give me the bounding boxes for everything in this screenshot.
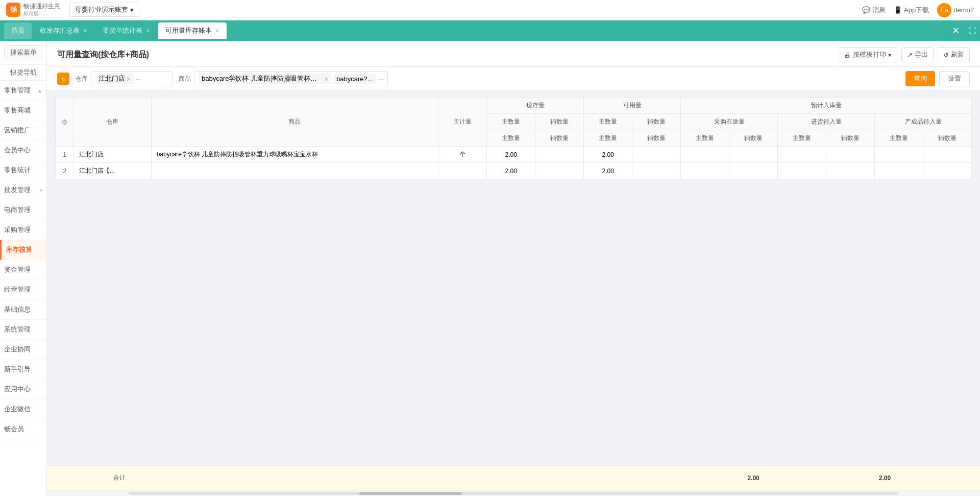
scroll-thumb[interactable] [359,492,461,495]
sidebar-item-marketing[interactable]: 营销推广 [0,121,46,140]
sidebar: 搜索菜单 快捷导航 零售管理 ▲ 零售商城 营销推广 会员中心 零售统计 批发管… [0,41,47,496]
cell-stock-main: 2.00 [487,147,535,163]
col-stock-aux: 辅数量 [535,114,584,130]
data-table: ⚙ 仓库 商品 主计量 现存量 可用量 预计入库量 主数量 辅数量 主数量 辅数… [55,97,972,179]
top-bar: 畅 畅捷通好生意 标准版 母婴行业演示账套 ▾ 💬 消息 📱 App下载 Ea … [0,0,980,20]
user-menu[interactable]: Ea demo2 [937,3,974,17]
refresh-icon: ↺ [943,51,949,59]
app-icon: 📱 [894,6,902,14]
col-stock-main: 主数量 [487,114,535,130]
summary-label: 合计 [74,470,165,486]
sidebar-item-retail-mgmt[interactable]: 零售管理 ▲ [0,81,46,101]
summary-bar: 合计 2.00 2.00 [47,465,980,490]
cell-purchase-aux [729,163,778,179]
warehouse-label: 仓库 [76,75,88,83]
brand-icon: 畅 [6,3,20,17]
tab-home[interactable]: 首页 [4,22,32,39]
top-bar-right: 💬 消息 📱 App下载 Ea demo2 [862,3,974,17]
cell-stock-aux [535,147,584,163]
gear-header: ⚙ [56,98,74,147]
cell-warehouse: 江北门店【... [74,163,152,179]
col-production-pending: 产成品待入量 [875,114,972,130]
cell-prod-aux [923,147,971,163]
sidebar-item-wholesale-mgmt[interactable]: 批发管理 ▾ [0,180,46,200]
warehouse-input[interactable]: 江北门店 × ··· [91,71,173,86]
content-area: 可用量查询(按仓库+商品) 🖨 按模板打印 ▾ ↗ 导出 ↺ 刷新 » [47,41,980,496]
window-maximize-btn[interactable]: ⛶ [965,27,980,35]
refresh-btn[interactable]: ↺ 刷新 [938,47,970,62]
cell-unit [438,163,487,179]
col-a-aux: 辅数量 [632,130,681,147]
window-close-btn[interactable]: ✕ [948,25,964,36]
sidebar-item-operations[interactable]: 经营管理 [0,280,46,300]
cell-stock-aux [535,163,584,179]
sidebar-search-area: 搜索菜单 [0,41,46,65]
message-btn[interactable]: 💬 消息 [862,6,886,15]
filter-expand-btn[interactable]: » [57,73,69,85]
sidebar-item-purchase[interactable]: 采购管理 [0,220,46,240]
cell-avail-main: 2.00 [584,163,632,179]
tab-available-stock[interactable]: 可用量库存账本 ✕ [158,22,227,39]
remove-product-tag-1[interactable]: × [324,75,328,83]
sidebar-item-enterprise-wechat[interactable]: 企业微信 [0,399,46,419]
sidebar-item-member[interactable]: 畅会员 [0,419,46,439]
col-p-aux: 辅数量 [729,130,778,147]
product-filter: 商品 babycare学饮杯 儿童防摔防撞吸管杯重力球吸嘴杯宝宝水杯 × bab… [179,71,388,86]
cell-avail-aux [632,147,681,163]
summary-stock-main: 2.00 [708,470,798,486]
warehouse-more-btn[interactable]: ··· [136,75,141,83]
cell-purchase-aux [729,147,778,163]
product-input[interactable]: babycare学饮杯 儿童防摔防撞吸管杯重力球吸嘴杯宝宝水杯 × babyca… [194,71,388,86]
brand-logo: 畅 畅捷通好生意 标准版 [6,3,60,17]
top-bar-left: 畅 畅捷通好生意 标准版 母婴行业演示账套 ▾ [6,3,139,17]
col-s-main: 主数量 [487,130,535,147]
search-menu-btn[interactable]: 搜索菜单 [4,45,42,60]
page-header: 可用量查询(按仓库+商品) 🖨 按模板打印 ▾ ↗ 导出 ↺ 刷新 [47,41,980,67]
gear-icon[interactable]: ⚙ [61,118,68,126]
sidebar-item-retail-stats[interactable]: 零售统计 [0,160,46,180]
close-tab-requisition[interactable]: ✕ [145,28,150,34]
expand-icon: ▲ [37,88,42,93]
sidebar-item-basic-info[interactable]: 基础信息 [0,300,46,320]
product-more-btn[interactable]: ··· [378,75,384,83]
sidebar-item-onboarding[interactable]: 新手引导 [0,360,46,380]
industry-selector[interactable]: 母婴行业演示账套 ▾ [69,3,139,17]
quick-nav-btn[interactable]: 快捷导航 [0,65,46,81]
remove-warehouse-tag[interactable]: × [127,75,131,83]
close-tab-available-stock[interactable]: ✕ [215,28,219,34]
table-row: 2 江北门店【... 2.00 2.00 [56,163,972,179]
product-tag-2: babycare?... [333,74,376,84]
cell-prod-main [875,163,923,179]
col-pp-aux: 辅数量 [923,130,971,147]
cell-purchase-main [681,147,729,163]
col-pi-main: 主数量 [778,130,826,147]
cell-pending-main [778,147,826,163]
sidebar-item-member-center[interactable]: 会员中心 [0,140,46,160]
sidebar-item-inventory[interactable]: 库存核算 [0,240,46,260]
print-icon: 🖨 [844,51,851,59]
warehouse-tag: 江北门店 × [95,73,134,84]
cell-serial: 1 [56,147,74,163]
product-label: 商品 [179,75,191,83]
cell-prod-main [875,147,923,163]
cell-unit: 个 [438,147,487,163]
filter-actions: 查询 设置 [905,71,970,86]
sidebar-item-system[interactable]: 系统管理 [0,320,46,340]
tab-income-expense[interactable]: 收发存汇总表 ✕ [33,22,94,39]
export-btn[interactable]: ↗ 导出 [901,47,934,62]
app-download-btn[interactable]: 📱 App下载 [894,6,929,15]
sidebar-item-app-center[interactable]: 应用中心 [0,380,46,399]
query-btn[interactable]: 查询 [905,71,935,86]
filter-bar: » 仓库 江北门店 × ··· 商品 babycare学饮杯 儿童防摔防撞吸管杯… [47,67,980,91]
page-title: 可用量查询(按仓库+商品) [57,50,149,60]
sidebar-item-retail-mall[interactable]: 零售商城 [0,101,46,121]
close-tab-income[interactable]: ✕ [83,28,87,34]
sidebar-item-finance[interactable]: 资金管理 [0,260,46,280]
print-btn[interactable]: 🖨 按模板打印 ▾ [839,47,897,62]
tab-requisition[interactable]: 要货单统计表 ✕ [95,22,157,39]
sidebar-item-ecommerce[interactable]: 电商管理 [0,200,46,220]
sidebar-item-enterprise-collab[interactable]: 企业协同 [0,340,46,360]
cell-avail-aux [632,163,681,179]
settings-btn[interactable]: 设置 [939,71,970,86]
col-pending-in: 进货待入量 [778,114,875,130]
